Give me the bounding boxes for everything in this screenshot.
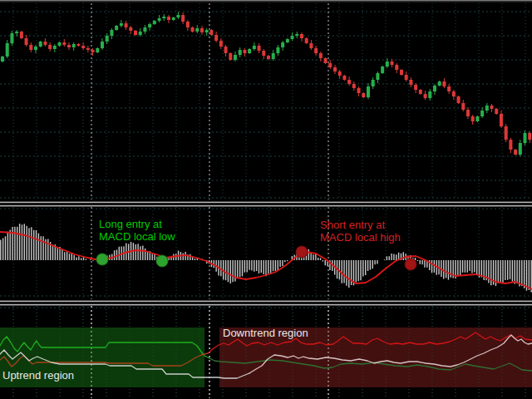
candle-body <box>505 126 508 140</box>
candle-body <box>186 22 190 27</box>
candle-body <box>243 50 246 53</box>
candle-body <box>314 48 318 53</box>
candle-body <box>86 48 90 50</box>
candle-body <box>214 35 218 41</box>
candle-body <box>480 111 484 116</box>
candle-body <box>442 81 446 86</box>
long-entry-dot[interactable] <box>96 254 108 265</box>
candle-body <box>391 62 394 65</box>
candle-body <box>67 45 71 47</box>
candle-body <box>424 94 427 98</box>
candle-body <box>229 53 232 60</box>
candle-body <box>319 53 323 58</box>
candle-body <box>324 58 328 63</box>
candle-body <box>519 143 522 155</box>
candle-body <box>176 15 180 17</box>
candle-body <box>405 75 408 80</box>
candle-body <box>447 86 451 91</box>
candle-body <box>200 28 204 32</box>
candle-body <box>428 91 431 98</box>
trading-chart-window: Long entry at MACD local low Short entry… <box>0 0 532 399</box>
candle-body <box>106 36 109 42</box>
uptrend-region-label: Uptrend region <box>2 369 74 382</box>
candle-body <box>509 140 512 150</box>
candle-body <box>15 32 18 33</box>
candle-body <box>96 48 99 52</box>
candle-body <box>281 42 284 47</box>
candle-body <box>300 34 303 38</box>
candle-body <box>72 44 76 47</box>
candle-body <box>295 34 298 36</box>
candle-body <box>414 85 417 90</box>
candle-body <box>400 70 403 75</box>
candle-body <box>286 39 289 42</box>
candle-body <box>347 80 351 84</box>
candle-body <box>490 106 494 109</box>
candle-body <box>219 41 223 47</box>
price-chart-panel[interactable] <box>0 0 532 201</box>
candle-body <box>62 42 66 45</box>
candle-body <box>452 91 456 96</box>
candle-body <box>475 116 479 121</box>
short-entry-dot[interactable] <box>296 246 308 258</box>
candle-body <box>143 27 146 32</box>
candle-body <box>291 36 294 39</box>
panel-separator[interactable] <box>0 201 532 207</box>
candle-body <box>514 150 517 155</box>
candle-body <box>362 93 365 97</box>
candle-body <box>262 51 265 56</box>
candle-body <box>29 45 32 50</box>
candle-body <box>305 38 308 43</box>
candle-body <box>438 81 441 86</box>
candle-body <box>167 17 170 20</box>
candle-body <box>457 96 461 103</box>
candle-body <box>153 21 156 24</box>
candle-body <box>357 88 361 93</box>
candle-body <box>258 46 261 51</box>
long-entry-dot[interactable] <box>156 255 168 267</box>
candle-body <box>309 43 313 48</box>
candle-body <box>76 44 80 46</box>
candle-body <box>139 32 142 35</box>
trend-indicator-panel[interactable] <box>0 306 532 399</box>
candle-body <box>234 55 237 60</box>
candle-body <box>110 30 113 36</box>
candle-body <box>500 114 503 126</box>
candle-body <box>134 31 137 35</box>
candle-body <box>25 38 28 45</box>
candle-body <box>276 47 279 53</box>
candle-body <box>158 18 161 21</box>
candle-body <box>162 17 165 18</box>
candle-body <box>120 23 123 26</box>
panel-separator[interactable] <box>0 300 532 306</box>
candle-body <box>125 23 128 27</box>
candle-body <box>205 30 209 32</box>
candle-body <box>195 28 199 32</box>
candle-body <box>253 46 256 49</box>
candle-body <box>433 86 436 91</box>
candle-body <box>367 86 370 97</box>
candle-body <box>148 24 151 27</box>
candle-body <box>524 133 527 143</box>
candle-body <box>342 76 346 80</box>
candle-body <box>386 62 389 66</box>
candle-body <box>53 46 57 49</box>
downtrend-region-label: Downtrend region <box>223 327 308 339</box>
candle-body <box>115 26 118 30</box>
candle-body <box>376 73 379 80</box>
candle-body <box>48 45 52 49</box>
candle-body <box>34 47 37 50</box>
short-entry-dot[interactable] <box>405 259 416 270</box>
candle-body <box>58 42 62 46</box>
candle-body <box>409 80 412 85</box>
candle-body <box>209 30 213 35</box>
candle-body <box>381 66 384 73</box>
candle-body <box>91 50 95 52</box>
candle-body <box>272 53 275 59</box>
candle-body <box>333 67 337 71</box>
candle-body <box>372 80 375 86</box>
macd-indicator-panel[interactable] <box>0 207 532 300</box>
short-entry-label: Short entry at MACD local high <box>320 219 401 244</box>
candle-body <box>6 43 9 57</box>
candle-body <box>10 33 13 43</box>
